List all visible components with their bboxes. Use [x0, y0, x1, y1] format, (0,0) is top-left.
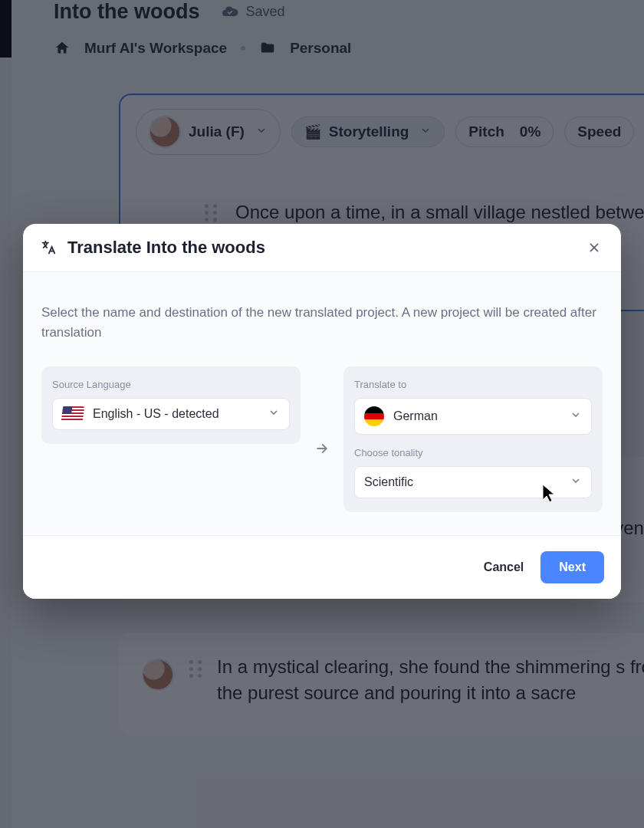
- tonality-label: Choose tonality: [354, 447, 592, 458]
- source-language-box: Source Language English - US - detected: [41, 366, 301, 444]
- modal-body: Select the name and destination of the n…: [23, 272, 621, 535]
- target-language-value: German: [393, 409, 438, 423]
- modal-description: Select the name and destination of the n…: [41, 303, 603, 343]
- next-button[interactable]: Next: [540, 551, 604, 583]
- chevron-down-icon: [570, 475, 582, 490]
- tonality-select[interactable]: Scientific: [354, 466, 592, 498]
- source-language-label: Source Language: [52, 379, 290, 390]
- translate-modal: Translate Into the woods Select the name…: [23, 224, 621, 599]
- target-language-select[interactable]: German: [354, 398, 592, 435]
- tonality-value: Scientific: [364, 475, 413, 489]
- target-language-box: Translate to German Choose tonality Scie…: [343, 366, 603, 512]
- source-language-select[interactable]: English - US - detected: [52, 398, 290, 430]
- translate-icon: [40, 239, 57, 256]
- target-language-label: Translate to: [354, 379, 592, 390]
- cancel-button[interactable]: Cancel: [484, 560, 524, 574]
- chevron-down-icon: [268, 406, 280, 422]
- modal-header: Translate Into the woods: [23, 224, 621, 272]
- close-button[interactable]: [584, 238, 604, 258]
- flag-us-icon: [61, 406, 85, 422]
- source-language-value: English - US - detected: [93, 407, 219, 421]
- chevron-down-icon: [570, 409, 582, 424]
- modal-footer: Cancel Next: [23, 535, 621, 599]
- flag-de-icon: [364, 406, 384, 426]
- modal-title: Translate Into the woods: [67, 238, 265, 258]
- arrow-right-icon: [311, 441, 333, 460]
